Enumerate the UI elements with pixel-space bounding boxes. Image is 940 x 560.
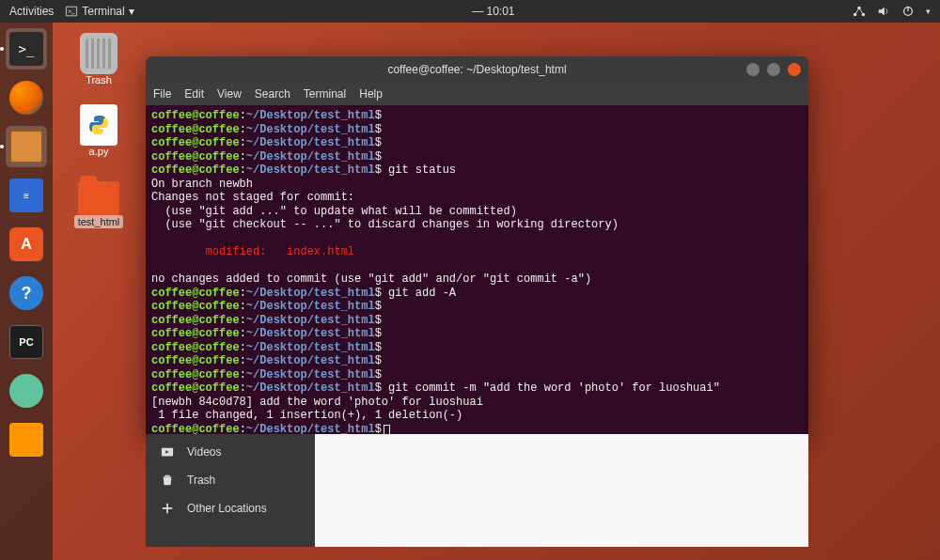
top-panel: Activities >_ Terminal ▾ — 10:01 ▾ bbox=[0, 0, 940, 23]
dock-pycharm[interactable]: PC bbox=[6, 321, 47, 363]
dock-software[interactable] bbox=[6, 224, 47, 265]
desktop-icon-label: a.py bbox=[89, 146, 109, 157]
python-file-icon bbox=[80, 104, 118, 146]
pycharm-icon: PC bbox=[9, 325, 43, 359]
places-label: Trash bbox=[187, 474, 215, 487]
places-other-locations[interactable]: Other Locations bbox=[146, 494, 315, 522]
terminal-output[interactable]: coffee@coffee:~/Desktop/test_html$ coffe… bbox=[146, 105, 808, 434]
clock[interactable]: — 10:01 bbox=[134, 5, 853, 18]
sublime-icon bbox=[9, 423, 43, 457]
places-label: Videos bbox=[187, 445, 221, 459]
dock-terminal[interactable]: >_ bbox=[6, 28, 47, 70]
titlebar[interactable]: coffee@coffee: ~/Desktop/test_html bbox=[146, 56, 808, 83]
desktop-folder[interactable]: test_html bbox=[66, 176, 132, 228]
dock-firefox[interactable] bbox=[6, 77, 47, 118]
writer-icon: ≡ bbox=[9, 179, 43, 212]
firefox-icon bbox=[9, 81, 43, 115]
desktop-trash[interactable]: Trash bbox=[66, 33, 132, 86]
places-sidebar: Videos Trash Other Locations bbox=[146, 434, 315, 547]
desktop-py-file[interactable]: a.py bbox=[66, 104, 132, 157]
app-menu[interactable]: >_ Terminal ▾ bbox=[65, 5, 133, 18]
menu-edit[interactable]: Edit bbox=[184, 87, 204, 101]
chevron-down-icon[interactable]: ▾ bbox=[926, 7, 931, 16]
dock: >_ ≡ ? PC bbox=[0, 23, 53, 560]
desktop-icon-label: Trash bbox=[86, 74, 112, 86]
terminal-window: coffee@coffee: ~/Desktop/test_html File … bbox=[146, 56, 808, 434]
desktop-icons: Trash a.py test_html bbox=[66, 33, 132, 228]
atom-icon bbox=[9, 374, 43, 408]
files-icon bbox=[9, 130, 43, 163]
desktop-icon-label: test_html bbox=[74, 215, 124, 228]
dock-writer[interactable]: ≡ bbox=[6, 175, 47, 216]
menu-file[interactable]: File bbox=[153, 87, 171, 101]
menubar: File Edit View Search Terminal Help bbox=[146, 83, 808, 105]
svg-rect-12 bbox=[163, 507, 173, 509]
places-trash[interactable]: Trash bbox=[146, 466, 315, 494]
minimize-button[interactable] bbox=[746, 63, 760, 76]
svg-text:>_: >_ bbox=[69, 8, 76, 14]
dock-sublime[interactable] bbox=[6, 419, 47, 460]
network-icon[interactable] bbox=[853, 5, 866, 18]
maximize-button[interactable] bbox=[767, 63, 780, 76]
svg-rect-10 bbox=[164, 475, 169, 477]
close-button[interactable] bbox=[788, 63, 801, 76]
help-icon: ? bbox=[9, 276, 43, 310]
activities-button[interactable]: Activities bbox=[9, 5, 54, 18]
dock-files[interactable] bbox=[6, 126, 47, 167]
places-videos[interactable]: Videos bbox=[146, 438, 315, 466]
videos-icon bbox=[161, 445, 174, 459]
dock-atom[interactable] bbox=[6, 370, 47, 412]
places-label: Other Locations bbox=[187, 502, 267, 515]
dock-help[interactable]: ? bbox=[6, 272, 47, 314]
app-menu-label: Terminal bbox=[82, 5, 124, 18]
window-title: coffee@coffee: ~/Desktop/test_html bbox=[153, 63, 801, 76]
software-icon bbox=[9, 227, 43, 261]
menu-view[interactable]: View bbox=[217, 87, 242, 101]
terminal-icon: >_ bbox=[65, 5, 78, 18]
trash-icon bbox=[161, 474, 174, 487]
menu-search[interactable]: Search bbox=[255, 87, 290, 101]
power-icon[interactable] bbox=[901, 5, 915, 18]
files-content-panel[interactable] bbox=[315, 434, 808, 547]
trash-icon bbox=[80, 33, 118, 74]
volume-icon[interactable] bbox=[877, 5, 890, 18]
menu-help[interactable]: Help bbox=[359, 87, 383, 101]
menu-terminal[interactable]: Terminal bbox=[304, 87, 346, 101]
plus-icon bbox=[161, 502, 174, 515]
terminal-icon: >_ bbox=[9, 32, 43, 66]
folder-icon bbox=[78, 181, 119, 215]
